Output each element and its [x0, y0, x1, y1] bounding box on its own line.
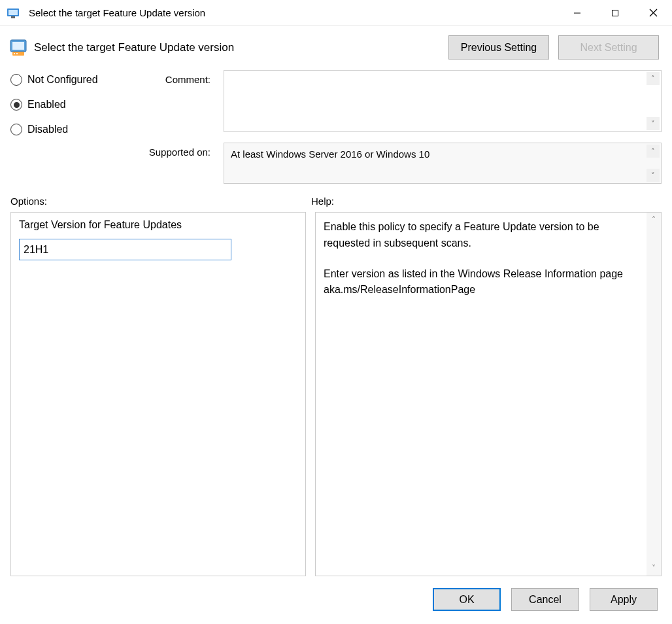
app-icon [5, 5, 21, 21]
svg-rect-2 [11, 16, 15, 18]
help-label: Help: [311, 196, 334, 207]
radio-icon-selected [10, 99, 22, 111]
mid-labels: Options: Help: [0, 188, 672, 212]
previous-setting-button[interactable]: Previous Setting [448, 35, 549, 60]
svg-rect-1 [8, 10, 18, 15]
ok-button[interactable]: OK [433, 588, 501, 611]
scroll-up-icon[interactable]: ˄ [647, 72, 660, 85]
upper-section: Not Configured Enabled Disabled Comment:… [0, 66, 672, 188]
title-bar: Select the target Feature Update version [0, 0, 672, 26]
radio-label: Disabled [27, 124, 68, 135]
radio-icon [10, 74, 22, 86]
panels-row: Target Version for Feature Updates Enabl… [0, 212, 672, 576]
header-row: Select the target Feature Update version… [0, 26, 672, 66]
options-label: Options: [10, 196, 311, 207]
radio-disabled[interactable]: Disabled [10, 124, 122, 135]
target-version-input[interactable] [19, 239, 231, 260]
comment-field[interactable]: ˄ ˅ [224, 70, 662, 132]
scroll-down-icon[interactable]: ˅ [647, 169, 660, 182]
footer-buttons: OK Cancel Apply [0, 576, 672, 624]
supported-value: At least Windows Server 2016 or Windows … [231, 148, 429, 160]
radio-enabled[interactable]: Enabled [10, 99, 122, 111]
window-title: Select the target Feature Update version [29, 7, 205, 18]
cancel-button[interactable]: Cancel [511, 588, 579, 611]
svg-rect-10 [14, 53, 15, 54]
help-scrollbar[interactable]: ˄ ˅ [647, 213, 661, 576]
scroll-up-icon[interactable]: ˄ [647, 213, 661, 227]
radio-icon [10, 124, 22, 135]
minimize-button[interactable] [558, 0, 596, 26]
options-panel: Target Version for Feature Updates [10, 212, 306, 576]
help-paragraph: Enter version as listed in the Windows R… [324, 266, 641, 299]
apply-button[interactable]: Apply [590, 588, 658, 611]
window-controls [558, 0, 672, 26]
policy-icon [9, 39, 27, 57]
scroll-up-icon[interactable]: ˄ [647, 145, 660, 158]
target-version-label: Target Version for Feature Updates [19, 219, 297, 231]
help-text: Enable this policy to specify a Feature … [324, 219, 641, 298]
comment-label: Comment: [135, 74, 210, 136]
svg-rect-4 [613, 10, 618, 16]
header-title: Select the target Feature Update version [34, 41, 234, 54]
svg-rect-8 [12, 42, 24, 50]
next-setting-button: Next Setting [558, 35, 659, 60]
maximize-button[interactable] [596, 0, 634, 26]
radio-label: Not Configured [27, 74, 98, 86]
radio-not-configured[interactable]: Not Configured [10, 74, 122, 86]
help-panel: Enable this policy to specify a Feature … [315, 212, 662, 576]
supported-label: Supported on: [135, 147, 210, 158]
scroll-down-icon[interactable]: ˅ [647, 117, 660, 130]
supported-field: At least Windows Server 2016 or Windows … [224, 143, 662, 184]
radio-label: Enabled [27, 99, 66, 111]
help-paragraph: Enable this policy to specify a Feature … [324, 219, 641, 252]
close-button[interactable] [634, 0, 672, 26]
state-radio-group: Not Configured Enabled Disabled [10, 70, 122, 184]
svg-rect-11 [16, 53, 18, 54]
scroll-down-icon[interactable]: ˅ [647, 561, 661, 576]
